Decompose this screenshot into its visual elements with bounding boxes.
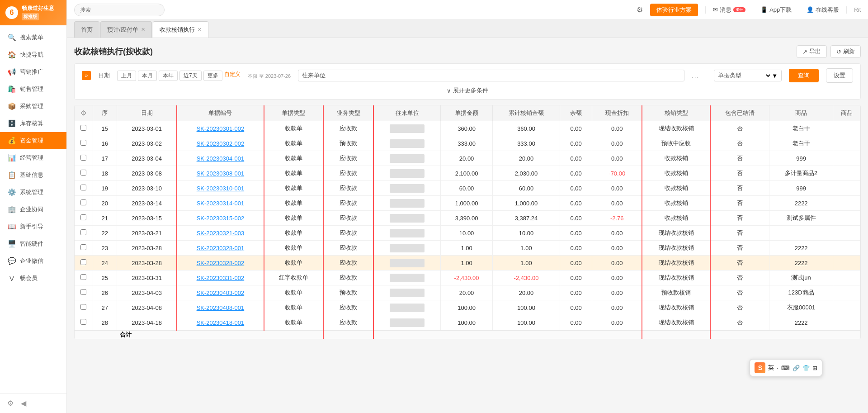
bill-no-link[interactable]: SK-20230302-002 — [197, 140, 245, 147]
row-cancel-type: 现结收款核销 — [642, 256, 710, 271]
bill-no-link[interactable]: SK-20230304-001 — [197, 155, 245, 162]
row-product2 — [833, 315, 860, 331]
partner-input[interactable] — [326, 72, 680, 79]
row-product2 — [833, 300, 860, 315]
tab-payable[interactable]: 预计/应付单✕ — [100, 21, 152, 38]
export-button[interactable]: ↗ 导出 — [797, 45, 827, 58]
date-more[interactable]: 更多 — [203, 71, 222, 81]
sidebar-item-marketing[interactable]: 📢营销推广 — [0, 63, 66, 81]
user-name[interactable]: Rit — [854, 7, 861, 13]
row-bill-type: 收款单 — [264, 166, 323, 181]
row-checkbox[interactable] — [75, 211, 93, 226]
sidebar-item-search[interactable]: 🔍搜索菜单 — [0, 29, 66, 46]
topbar-messages[interactable]: ✉ 消息 99+ — [713, 6, 745, 14]
bill-no-link[interactable]: SK-20230408-001 — [197, 304, 245, 311]
row-partner: ████ — [373, 285, 440, 300]
online-service[interactable]: 👤 在线客服 — [807, 6, 839, 14]
bill-no-link[interactable]: SK-20230315-002 — [197, 215, 245, 222]
row-checkbox[interactable] — [75, 241, 93, 256]
row-checkbox[interactable] — [75, 271, 93, 285]
bill-no-link[interactable]: SK-20230328-001 — [197, 245, 245, 252]
sidebar-item-basic[interactable]: 📋基础信息 — [0, 166, 66, 184]
search-input[interactable] — [74, 4, 165, 16]
bill-no-link[interactable]: SK-20230314-001 — [197, 200, 245, 207]
sidebar-item-purchase[interactable]: 📦采购管理 — [0, 98, 66, 115]
sidebar-item-shortcut[interactable]: 🏠快捷导航 — [0, 46, 66, 63]
sidebar-item-sales[interactable]: 🛍️销售管理 — [0, 81, 66, 98]
row-checkbox[interactable] — [75, 121, 93, 136]
row-checkbox[interactable] — [75, 285, 93, 300]
filter-expand-btn[interactable]: » — [82, 71, 91, 80]
row-bill-amount: 60.00 — [441, 181, 493, 196]
app-download[interactable]: 📱 App下载 — [760, 6, 792, 14]
sidebar-item-inventory[interactable]: 🗄️库存核算 — [0, 115, 66, 132]
row-cancel-type: 收款核销 — [642, 211, 710, 226]
row-include-settled: 否 — [710, 181, 769, 196]
bill-no-link[interactable]: SK-20230403-002 — [197, 290, 245, 296]
table-body: 15 2023-03-01 SK-20230301-002 收款单 应收款 ██… — [75, 121, 860, 331]
row-balance: 0.00 — [560, 166, 592, 181]
row-date: 2023-03-02 — [117, 136, 177, 151]
sidebar-item-wechat[interactable]: 💬企业微信 — [0, 252, 66, 270]
row-total-cancel: 1,000.00 — [492, 196, 560, 211]
system-label: 系统管理 — [20, 188, 43, 196]
bill-no-link[interactable]: SK-20230418-001 — [197, 319, 245, 326]
sidebar-item-guide[interactable]: 📖新手引导 — [0, 218, 66, 235]
expand-more-row[interactable]: ∨ 展开更多条件 — [82, 86, 853, 95]
collapse-icon[interactable]: ◀ — [21, 399, 26, 408]
date-this-month[interactable]: 本月 — [138, 71, 157, 81]
row-cancel-type: 收款核销 — [642, 196, 710, 211]
industry-btn[interactable]: 体验行业方案 — [650, 4, 698, 16]
table-row: 17 2023-03-04 SK-20230304-001 收款单 应收款 ██… — [75, 151, 860, 166]
footer-product — [769, 330, 833, 339]
gear-icon[interactable]: ⚙ — [637, 5, 643, 14]
row-balance: 0.00 — [560, 196, 592, 211]
service-label: 在线客服 — [816, 6, 839, 14]
row-checkbox[interactable] — [75, 166, 93, 181]
bill-no-link[interactable]: SK-20230331-002 — [197, 275, 245, 281]
sidebar-item-enterprise[interactable]: 🏢企业协同 — [0, 201, 66, 218]
sidebar-item-operation[interactable]: 📊经营管理 — [0, 149, 66, 166]
row-cancel-type: 现结收款核销 — [642, 121, 710, 136]
row-biz-type: 预收款 — [323, 285, 374, 300]
settings-col-header[interactable]: ⚙ — [75, 105, 93, 121]
settings-footer-icon[interactable]: ⚙ — [7, 399, 14, 408]
hardware-label: 智能硬件 — [20, 240, 43, 248]
sidebar-item-hardware[interactable]: 🖥️智能硬件 — [0, 235, 66, 252]
tab-home[interactable]: 首页 — [74, 21, 99, 38]
filter-dots: ... — [692, 72, 699, 79]
tab-close-collection[interactable]: ✕ — [198, 27, 202, 33]
receipt-type-select[interactable] — [745, 72, 772, 80]
date-last-month[interactable]: 上月 — [117, 71, 136, 81]
row-checkbox[interactable] — [75, 196, 93, 211]
bill-no-link[interactable]: SK-20230301-002 — [197, 125, 245, 132]
footer-partner — [373, 330, 440, 339]
row-product2 — [833, 285, 860, 300]
row-checkbox[interactable] — [75, 256, 93, 271]
row-include-settled: 否 — [710, 121, 769, 136]
refresh-button[interactable]: ↺ 刷新 — [830, 45, 861, 58]
row-checkbox[interactable] — [75, 151, 93, 166]
date-this-year[interactable]: 本年 — [159, 71, 178, 81]
settings-button[interactable]: 设置 — [826, 68, 853, 83]
tab-close-payable[interactable]: ✕ — [141, 27, 145, 33]
row-cancel-type: 预收款核销 — [642, 285, 710, 300]
row-bill-no: SK-20230328-001 — [177, 241, 264, 256]
bill-no-link[interactable]: SK-20230321-003 — [197, 230, 245, 237]
sidebar-item-finance[interactable]: 💰资金管理 — [0, 132, 66, 149]
tab-collection[interactable]: 收款核销执行✕ — [153, 21, 208, 38]
sidebar-item-member[interactable]: V畅会员 — [0, 270, 66, 287]
bill-no-link[interactable]: SK-20230308-001 — [197, 170, 245, 177]
query-button[interactable]: 查询 — [789, 69, 819, 82]
date-7days[interactable]: 近7天 — [179, 71, 202, 81]
row-checkbox[interactable] — [75, 300, 93, 315]
bill-no-link[interactable]: SK-20230310-001 — [197, 185, 245, 192]
sidebar-item-system[interactable]: ⚙️系统管理 — [0, 184, 66, 201]
row-checkbox[interactable] — [75, 181, 93, 196]
row-checkbox[interactable] — [75, 315, 93, 331]
row-checkbox[interactable] — [75, 136, 93, 151]
row-checkbox[interactable] — [75, 226, 93, 241]
date-custom[interactable]: 自定义 — [224, 71, 241, 81]
row-product2 — [833, 211, 860, 226]
bill-no-link[interactable]: SK-20230328-002 — [197, 260, 245, 266]
